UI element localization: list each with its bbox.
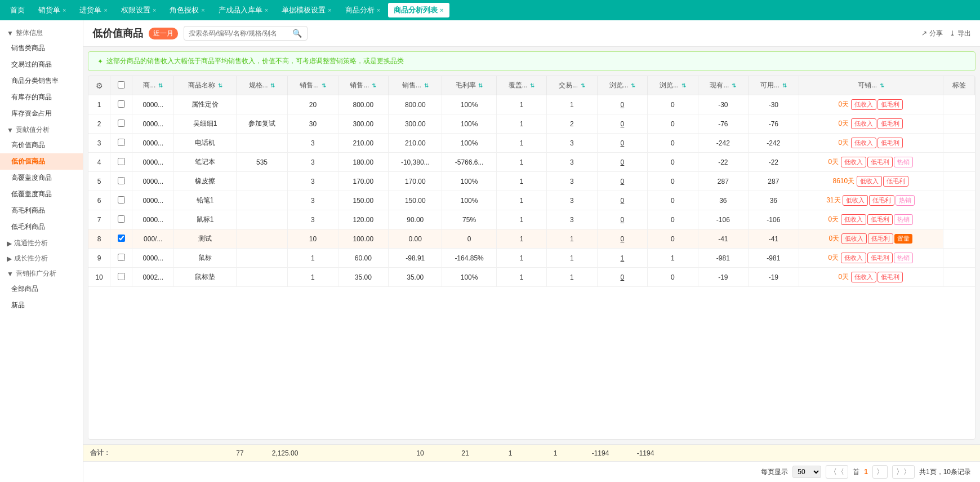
cell-browse1: 0 — [597, 191, 647, 210]
sidebar-section-营销推广分析[interactable]: ▼ 营销推广分析 — [0, 266, 83, 281]
row-checkbox[interactable] — [118, 120, 125, 127]
cell-sale-qty: 3 — [288, 134, 338, 153]
sidebar-section-整体信息[interactable]: ▼ 整体信息 — [0, 25, 83, 40]
cell-name: 吴细细1 — [174, 114, 236, 134]
search-input[interactable] — [189, 29, 290, 37]
cell-available: -76 — [749, 114, 799, 134]
sort-icon-margin: ⇅ — [477, 82, 483, 89]
col-header-sale_amt[interactable]: 销售... ⇅ — [338, 76, 388, 95]
browse-link[interactable]: 0 — [621, 178, 625, 185]
browse-link[interactable]: 0 — [621, 139, 625, 147]
browse-link[interactable]: 0 — [621, 101, 625, 109]
col-header-sale_qty[interactable]: 销售... ⇅ — [288, 76, 338, 95]
cell-checkbox[interactable] — [110, 229, 132, 249]
close-icon[interactable]: × — [377, 7, 380, 14]
product-tag: 低毛利 — [868, 233, 893, 244]
col-header-settings[interactable]: ⚙ — [88, 76, 110, 95]
sidebar-item-低毛利商品[interactable]: 低毛利商品 — [0, 219, 83, 235]
browse-link[interactable]: 0 — [621, 273, 625, 281]
export-button[interactable]: ⤓ 导出 — [950, 29, 971, 38]
row-checkbox[interactable] — [118, 100, 125, 108]
sidebar-item-有库存的商品[interactable]: 有库存的商品 — [0, 89, 83, 105]
close-icon[interactable]: × — [201, 7, 204, 14]
cell-checkbox[interactable] — [110, 95, 132, 114]
sidebar-item-全部商品[interactable]: 全部商品 — [0, 281, 83, 297]
col-header-saleable[interactable]: 可销... ⇅ — [799, 76, 943, 95]
cell-checkbox[interactable] — [110, 172, 132, 191]
table-container[interactable]: ⚙商... ⇅商品名称 ⇅规格... ⇅销售... ⇅销售... ⇅销售... … — [88, 76, 975, 440]
cell-checkbox[interactable] — [110, 191, 132, 210]
first-page-button[interactable]: 〈〈 — [826, 465, 848, 479]
nav-item-产成品入库单[interactable]: 产成品入库单× — [213, 3, 274, 17]
sidebar-item-销售类商品[interactable]: 销售类商品 — [0, 40, 83, 56]
row-checkbox[interactable] — [118, 215, 125, 223]
browse-link[interactable]: 0 — [621, 197, 625, 205]
per-page-select[interactable]: 50 100 — [792, 466, 821, 478]
row-checkbox[interactable] — [118, 139, 125, 146]
close-icon[interactable]: × — [153, 7, 156, 14]
cell-checkbox[interactable] — [110, 153, 132, 172]
nav-item-角色授权[interactable]: 角色授权× — [164, 3, 210, 17]
col-header-current[interactable]: 现有... ⇅ — [698, 76, 748, 95]
row-checkbox[interactable] — [118, 177, 125, 184]
nav-item-销货单[interactable]: 销货单× — [33, 3, 72, 17]
nav-item-进货单[interactable]: 进货单× — [74, 3, 113, 17]
next-page-button[interactable]: 〉 — [872, 465, 888, 479]
nav-item-首页[interactable]: 首页 — [5, 3, 30, 17]
cell-checkbox[interactable] — [110, 114, 132, 134]
close-icon[interactable]: × — [328, 7, 331, 14]
browse-link[interactable]: 1 — [621, 254, 625, 262]
sidebar-section-流通性分析[interactable]: ▶ 流通性分析 — [0, 235, 83, 250]
col-header-name[interactable]: 商品名称 ⇅ — [174, 76, 236, 95]
sidebar-item-高价值商品[interactable]: 高价值商品 — [0, 137, 83, 153]
last-page-button[interactable]: 〉〉 — [892, 465, 915, 479]
sidebar-item-高覆盖度商品[interactable]: 高覆盖度商品 — [0, 170, 83, 186]
cell-checkbox[interactable] — [110, 249, 132, 268]
col-header-code[interactable]: 商... ⇅ — [132, 76, 174, 95]
cell-checkbox[interactable] — [110, 268, 132, 287]
sidebar-item-商品分类销售率[interactable]: 商品分类销售率 — [0, 73, 83, 89]
col-header-margin[interactable]: 毛利率 ⇅ — [442, 76, 496, 95]
sidebar-section-成长性分析[interactable]: ▶ 成长性分析 — [0, 250, 83, 266]
sidebar-item-低覆盖度商品[interactable]: 低覆盖度商品 — [0, 186, 83, 202]
col-header-browse2[interactable]: 浏览... ⇅ — [648, 76, 698, 95]
browse-link[interactable]: 0 — [621, 120, 625, 128]
col-header-trade[interactable]: 交易... ⇅ — [547, 76, 597, 95]
col-header-sale_profit[interactable]: 销售... ⇅ — [389, 76, 442, 95]
sidebar-item-低价值商品[interactable]: 低价值商品 — [0, 153, 83, 170]
row-checkbox[interactable] — [118, 235, 125, 242]
col-header-browse1[interactable]: 浏览... ⇅ — [597, 76, 647, 95]
sidebar-item-交易过的商品[interactable]: 交易过的商品 — [0, 56, 83, 73]
cell-sale-qty: 3 — [288, 153, 338, 172]
row-checkbox[interactable] — [118, 196, 125, 204]
row-checkbox[interactable] — [118, 273, 125, 280]
nav-item-单据模板设置[interactable]: 单据模板设置× — [276, 3, 337, 17]
close-icon[interactable]: × — [63, 7, 66, 14]
col-header-available[interactable]: 可用... ⇅ — [749, 76, 799, 95]
select-all-checkbox[interactable] — [118, 81, 125, 89]
nav-item-商品分析列表[interactable]: 商品分析列表× — [388, 3, 449, 17]
period-badge[interactable]: 近一月 — [149, 28, 178, 39]
sidebar-section-贡献值分析[interactable]: ▼ 贡献值分析 — [0, 122, 83, 137]
col-header-coverage[interactable]: 覆盖... ⇅ — [496, 76, 546, 95]
settings-icon[interactable]: ⚙ — [96, 81, 103, 90]
browse-link[interactable]: 0 — [621, 216, 625, 224]
cell-checkbox[interactable] — [110, 210, 132, 229]
browse-link[interactable]: 0 — [621, 158, 625, 166]
row-checkbox[interactable] — [118, 158, 125, 165]
sidebar-item-库存资金占用[interactable]: 库存资金占用 — [0, 105, 83, 122]
close-icon[interactable]: × — [440, 7, 443, 14]
nav-item-权限设置[interactable]: 权限设置× — [115, 3, 162, 17]
row-checkbox[interactable] — [118, 254, 125, 261]
close-icon[interactable]: × — [104, 7, 107, 14]
share-button[interactable]: ↗ 分享 — [921, 29, 943, 38]
close-icon[interactable]: × — [265, 7, 268, 14]
sidebar-item-新品[interactable]: 新品 — [0, 297, 83, 313]
cell-checkbox[interactable] — [110, 134, 132, 153]
col-header-spec[interactable]: 规格... ⇅ — [236, 76, 287, 95]
sidebar-item-高毛利商品[interactable]: 高毛利商品 — [0, 202, 83, 219]
nav-item-商品分析[interactable]: 商品分析× — [340, 3, 386, 17]
cell-sale-qty: 3 — [288, 191, 338, 210]
search-icon[interactable]: 🔍 — [292, 29, 302, 38]
browse-link[interactable]: 0 — [621, 235, 625, 243]
